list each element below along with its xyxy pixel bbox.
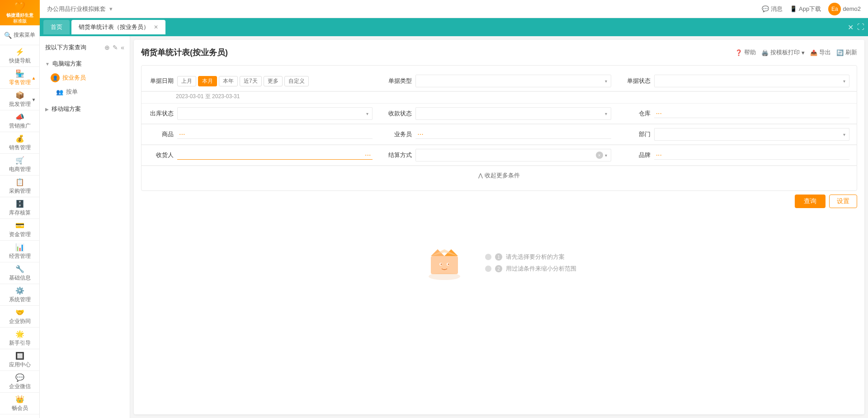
svg-point-4 [441, 264, 442, 265]
download-icon: 📱 [790, 5, 797, 12]
logo-icon: 🧡 [14, 1, 25, 12]
date-btn-last-month[interactable]: 上月 [177, 76, 196, 86]
receipt-status-label: 收款状态 [387, 109, 412, 118]
consignee-input[interactable] [179, 152, 365, 158]
filter-payment-cell: 结算方式 × ▾ [380, 145, 618, 166]
date-btn-this-month[interactable]: 本月 [198, 76, 217, 86]
sidebar-item-system[interactable]: ⚙️ 系统管理 [0, 284, 40, 306]
doc-status-select[interactable]: ▾ [654, 75, 849, 87]
basic-icon: 🔧 [15, 265, 24, 273]
consignee-dots[interactable]: ··· [365, 151, 371, 159]
sidebar-item-wechat[interactable]: 💬 企业微信 [0, 371, 40, 393]
date-btn-7days[interactable]: 近7天 [240, 76, 262, 86]
sidebar-item-finance[interactable]: 💳 资金管理 [0, 219, 40, 241]
sidebar-item-sales[interactable]: 💰 销售管理 [0, 132, 40, 154]
sidebar-item-purchase[interactable]: 📋 采购管理 [0, 176, 40, 197]
filter-date-cell: 单据日期 上月 本月 本年 近7天 更多 自定义 [142, 71, 380, 91]
out-status-content: ▾ [177, 107, 373, 120]
order-scheme-label: 按单 [66, 88, 78, 96]
print-button[interactable]: 🖨️ 按模板打印 ▾ [761, 48, 805, 57]
goods-dots[interactable]: ··· [179, 130, 185, 138]
panel-item-by-salesperson[interactable]: 👤 按业务员 [40, 71, 130, 85]
tab-home[interactable]: 首页 [43, 20, 70, 34]
settings-button[interactable]: 设置 [829, 195, 857, 208]
user-profile[interactable]: Ea demo2 [828, 3, 861, 15]
date-btn-more[interactable]: 更多 [264, 76, 283, 86]
date-label: 单据日期 [149, 77, 174, 85]
brand-dots[interactable]: ··· [656, 151, 662, 159]
collapse-button[interactable]: ⋀ 收起更多条件 [478, 170, 520, 181]
filter-doc-type-cell: 单据类型 ▾ [380, 71, 618, 91]
tabbar: 首页 销货单统计表（按业务员） ✕ ✕ ⛶ [40, 18, 868, 36]
message-label: 消息 [771, 5, 783, 13]
query-button[interactable]: 查询 [795, 195, 826, 208]
sidebar-item-member[interactable]: 👑 畅会员 [0, 393, 40, 414]
purchase-label: 采购管理 [9, 187, 31, 195]
sidebar-item-ecommerce[interactable]: 🛒 电商管理 [0, 154, 40, 176]
sidebar-item-guide[interactable]: 🌟 新手引导 [0, 328, 40, 349]
export-button[interactable]: 📤 导出 [810, 48, 831, 57]
tab-sales-stat[interactable]: 销货单统计表（按业务员） ✕ [71, 20, 165, 34]
sidebar-item-basic[interactable]: 🔧 基础信息 [0, 262, 40, 284]
date-group: 上月 本月 本年 近7天 更多 自定义 [177, 76, 309, 86]
warehouse-label: 仓库 [626, 109, 651, 118]
panel-section-mobile-header[interactable]: ▶ 移动端方案 [40, 102, 130, 116]
panel-collapse-icon[interactable]: « [121, 44, 124, 51]
payment-label: 结算方式 [387, 151, 412, 159]
topbar-right: 💬 消息 📱 App下载 Ea demo2 [762, 3, 861, 15]
payment-clear-button[interactable]: × [596, 152, 603, 159]
panel-section-desktop: ▼ 电脑端方案 👤 按业务员 👥 按单 [40, 55, 130, 100]
help-button[interactable]: ❓ 帮助 [735, 48, 756, 57]
sidebar-item-wholesale[interactable]: 📦 批发管理 ▼ [0, 89, 40, 110]
sidebar-item-retail[interactable]: 🏪 零售管理 ▲ [0, 67, 40, 89]
panel-edit-icon[interactable]: ✎ [113, 44, 118, 51]
salesperson-dots[interactable]: ··· [417, 130, 423, 138]
sidebar-item-enterprise[interactable]: 🤝 企业协同 [0, 306, 40, 328]
date-btn-this-year[interactable]: 本年 [219, 76, 238, 86]
tab-close-all-icon[interactable]: ✕ [848, 23, 854, 32]
tab-close-icon[interactable]: ✕ [154, 24, 158, 30]
panel-item-by-order[interactable]: 👥 按单 [40, 85, 130, 99]
doc-status-content: ▾ [654, 75, 849, 87]
app-download-button[interactable]: 📱 App下载 [790, 5, 821, 13]
hint1-number-icon: 1 [495, 253, 502, 261]
app-subtitle: 标准版 [13, 18, 27, 24]
section-arrow-icon: ▼ [45, 62, 50, 66]
receipt-status-select[interactable]: ▾ [415, 107, 611, 120]
app-download-label: App下载 [799, 5, 821, 13]
sidebar-item-quick-nav[interactable]: ⚡ 快捷导航 [0, 45, 40, 67]
message-button[interactable]: 💬 消息 [762, 5, 783, 13]
panel-add-icon[interactable]: ⊕ [104, 44, 110, 51]
sidebar-search[interactable]: 🔍 搜索菜单 [0, 25, 40, 45]
panel-section-desktop-header[interactable]: ▼ 电脑端方案 [40, 57, 130, 71]
dept-select[interactable]: ▾ [654, 128, 849, 141]
sales-stat-tab-label: 销货单统计表（按业务员） [79, 23, 149, 31]
breadcrumb-dropdown-icon[interactable]: ▾ [109, 5, 113, 12]
marketing-icon: 📣 [15, 113, 24, 121]
page-title: 销货单统计表(按业务员) [141, 47, 228, 58]
sidebar-item-operations[interactable]: 📊 经营管理 [0, 241, 40, 262]
consignee-label: 收货人 [149, 151, 174, 159]
sidebar-item-inventory[interactable]: 🗄️ 库存核算 [0, 197, 40, 219]
svg-point-5 [448, 264, 449, 265]
filter-brand-cell: 品牌 ··· [618, 145, 857, 166]
doc-type-select[interactable]: ▾ [415, 75, 611, 87]
doc-type-content: ▾ [415, 75, 611, 87]
wechat-icon: 💬 [15, 373, 24, 382]
doc-status-caret-icon: ▾ [843, 79, 845, 84]
doc-status-label: 单据状态 [626, 77, 651, 85]
warehouse-dots[interactable]: ··· [656, 109, 662, 118]
goods-content: ··· [177, 130, 373, 139]
panel-title: 按以下方案查询 [45, 43, 86, 52]
quick-nav-label: 快捷导航 [9, 57, 31, 65]
payment-select[interactable]: × ▾ [415, 149, 611, 162]
export-label: 导出 [819, 48, 831, 57]
refresh-button[interactable]: 🔄 刷新 [836, 48, 857, 57]
receipt-status-content: ▾ [415, 107, 611, 120]
date-btn-custom[interactable]: 自定义 [284, 76, 309, 86]
tab-expand-icon[interactable]: ⛶ [857, 23, 864, 31]
sidebar-item-marketing[interactable]: 📣 营销推广 [0, 110, 40, 132]
brand-content: ··· [654, 151, 849, 160]
out-status-select[interactable]: ▾ [177, 107, 373, 120]
sidebar-item-apps[interactable]: 🔲 应用中心 [0, 349, 40, 371]
